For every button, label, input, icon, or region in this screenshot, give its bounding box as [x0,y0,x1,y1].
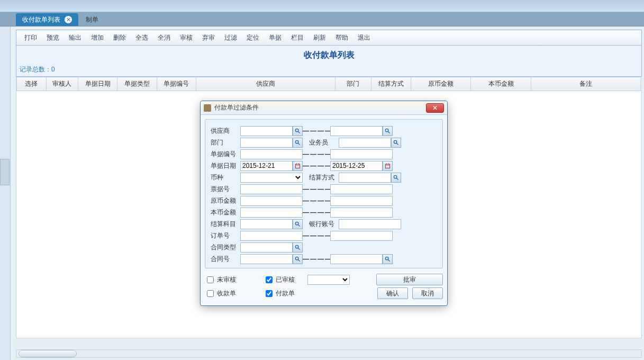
docno-from-input[interactable] [240,149,303,159]
chk-payment-box[interactable] [266,290,273,297]
label-contracttype: 合同类型 [211,243,240,252]
lookup-icon[interactable] [391,173,401,183]
chk-payment[interactable]: 付款单 [264,289,295,299]
settlemode-input[interactable] [339,173,391,183]
dept-input[interactable] [240,138,293,148]
tab-payment-list[interactable]: 收付款单列表 ✕ [16,13,78,26]
col-select[interactable]: 选择 [17,77,47,91]
supplier-to-input[interactable] [330,126,383,136]
batch-audit-button[interactable]: 批审 [376,274,443,285]
origamt-to-input[interactable] [330,196,393,206]
tb-columns[interactable]: 栏目 [287,32,307,44]
svg-line-3 [388,131,389,133]
calendar-icon[interactable] [293,161,303,171]
contractno-from-input[interactable] [240,254,293,264]
col-docno[interactable]: 单据编号 [157,77,196,91]
ticketno-from-input[interactable] [240,184,303,194]
lookup-icon[interactable] [293,254,303,264]
tb-export[interactable]: 输出 [65,32,85,44]
salesman-input[interactable] [339,138,391,148]
docdate-to-input[interactable] [330,161,383,171]
contractno-to-input[interactable] [330,254,383,264]
tb-unaudit[interactable]: 弃审 [198,32,219,44]
svg-line-5 [298,143,300,145]
col-auditor[interactable]: 审核人 [46,77,78,91]
col-supplier[interactable]: 供应商 [196,77,335,91]
dialog-titlebar[interactable]: 付款单过滤条件 ✕ [201,101,447,115]
col-localamt[interactable]: 本币金额 [471,77,531,91]
tab-label: 收付款单列表 [22,15,60,24]
origamt-from-input[interactable] [240,196,303,206]
col-remark[interactable]: 备注 [531,77,641,91]
tb-delete[interactable]: 删除 [110,32,130,44]
svg-point-16 [394,175,397,178]
audited-select[interactable] [307,275,350,285]
page-title: 收付款单列表 [304,50,355,59]
cancel-button[interactable]: 取消 [412,287,443,299]
currency-select[interactable] [240,173,303,183]
calendar-icon[interactable] [383,161,393,171]
tb-locate[interactable]: 定位 [243,32,263,44]
ticketno-to-input[interactable] [330,184,393,194]
chk-audited[interactable]: 已审核 [264,275,295,285]
vertical-tab-stub[interactable] [0,159,10,185]
tb-help[interactable]: 帮助 [332,32,352,44]
col-docdate[interactable]: 单据日期 [78,77,117,91]
dialog-close-button[interactable]: ✕ [426,103,444,113]
close-icon[interactable]: ✕ [65,16,72,23]
tb-exit[interactable]: 退出 [354,32,374,44]
tb-selnone[interactable]: 全消 [154,32,174,44]
chk-receipt-box[interactable] [207,290,214,297]
lookup-icon[interactable] [391,138,401,148]
docdate-from-input[interactable] [240,161,293,171]
lookup-icon[interactable] [293,219,303,229]
toolbar: 打印 预览 输出 增加 删除 全选 全消 审核 弃审 过滤 定位 单据 栏目 刷… [16,30,642,46]
col-origamt[interactable]: 原币金额 [411,77,471,91]
supplier-from-input[interactable] [240,126,293,136]
contracttype-input[interactable] [240,242,293,253]
label-currency: 币种 [211,173,240,182]
svg-line-19 [298,224,300,226]
lookup-icon[interactable] [293,126,303,136]
tab-make-doc[interactable]: 制单 [79,13,105,26]
tb-selall[interactable]: 全选 [132,32,152,44]
lookup-icon[interactable] [383,126,393,136]
col-dept[interactable]: 部门 [335,77,371,91]
lookup-icon[interactable] [383,254,393,264]
docno-to-input[interactable] [330,149,393,159]
tb-filter[interactable]: 过滤 [221,32,241,44]
dialog-icon [204,104,211,112]
orderno-from-input[interactable] [240,231,303,241]
range-dash: ———— [303,209,330,216]
tb-preview[interactable]: 预览 [43,32,63,44]
bankacct-input[interactable] [339,219,401,229]
col-doctype[interactable]: 单据类型 [117,77,157,91]
orderno-to-input[interactable] [330,231,393,241]
col-settlemode[interactable]: 结算方式 [371,77,411,91]
tb-print[interactable]: 打印 [21,32,41,44]
dialog-footer: 未审核 已审核 收款单 付款单 批审 确认 取消 [205,273,443,300]
svg-point-0 [295,129,298,132]
chk-audited-label: 已审核 [276,275,295,284]
tb-refresh[interactable]: 刷新 [310,32,330,44]
horizontal-scrollbar[interactable] [16,349,642,358]
data-grid: 选择 审核人 单据日期 单据类型 单据编号 供应商 部门 结算方式 原币金额 本… [16,77,641,91]
chk-unaudited-box[interactable] [207,276,214,283]
tab-strip: 收付款单列表 ✕ 制单 [0,12,644,26]
lookup-icon[interactable] [293,138,303,148]
tb-audit[interactable]: 审核 [176,32,196,44]
localamt-from-input[interactable] [240,208,303,218]
localamt-to-input[interactable] [330,208,393,218]
label-docdate: 单据日期 [211,161,240,170]
tb-add[interactable]: 增加 [87,32,107,44]
ok-button[interactable]: 确认 [377,287,408,299]
tb-doc[interactable]: 单据 [265,32,285,44]
chk-unaudited[interactable]: 未审核 [205,275,236,285]
chk-receipt[interactable]: 收款单 [205,289,236,299]
label-salesman: 业务员 [309,138,339,147]
scrollbar-thumb[interactable] [19,350,77,357]
settleacct-input[interactable] [240,219,293,229]
chk-audited-box[interactable] [266,276,273,283]
lookup-icon[interactable] [293,242,303,253]
svg-point-4 [295,140,298,143]
